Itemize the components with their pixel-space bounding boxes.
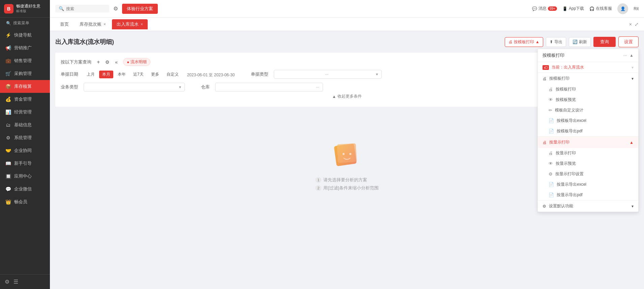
topbar-gear-icon[interactable]: ⚙ [113, 5, 118, 12]
date-more[interactable]: 更多 [148, 71, 162, 78]
date-this-year[interactable]: 本年 [115, 71, 129, 78]
warehouse-more: ··· [316, 85, 319, 89]
default-func-label: 设置默认功能 [549, 203, 573, 209]
msg-badge: 99+ [548, 6, 557, 11]
template-design-item[interactable]: ✏ 模板自定义设计 [538, 105, 638, 115]
display-pdf-item[interactable]: 📄 按显示导出pdf [538, 190, 638, 200]
page-header: 出入库流水(流水明细) 🖨 按模板打印 ▲ ⬆ 导出 🔄 刷新 [55, 36, 639, 47]
sidebar-item-operations[interactable]: 📊 经营管理 [0, 106, 50, 119]
sidebar-item-label: 营销推广 [14, 45, 32, 51]
purchase-icon: 🛒 [5, 71, 11, 76]
filter-tag-flow[interactable]: ● 流水明细 [123, 58, 150, 66]
dropdown-more-btn[interactable]: ··· [623, 53, 627, 58]
step1-num: 1 [315, 177, 321, 183]
template-preview-item[interactable]: 👁 按模板预览 [538, 95, 638, 105]
sidebar-item-wechat[interactable]: 💬 企业微信 [0, 183, 50, 195]
window-restore-btn[interactable]: ⤢ [635, 22, 639, 27]
username[interactable]: Rit [634, 6, 639, 11]
sidebar-item-guide[interactable]: 📖 新手引导 [0, 157, 50, 170]
basic-icon: 🗂 [5, 122, 11, 128]
voucher-type-select[interactable]: ··· ▾ [274, 70, 382, 79]
display-preview-item[interactable]: 👁 按显示预览 [538, 158, 638, 169]
tab-inventory-flow[interactable]: 出入库流水 × [112, 19, 148, 29]
date-this-month[interactable]: 本月 [99, 71, 113, 78]
filter-collapse-icon[interactable]: « [115, 59, 118, 65]
display-excel-item[interactable]: 📄 按显示导出excel [538, 179, 638, 190]
warehouse-select[interactable]: ··· [215, 83, 323, 91]
sidebar-item-app-center[interactable]: 🔲 应用中心 [0, 170, 50, 183]
sidebar-item-system[interactable]: ⚙ 系统管理 [0, 131, 50, 144]
sidebar-item-finance[interactable]: 💰 资金管理 [0, 93, 50, 106]
service-icon: 🎧 [589, 6, 594, 11]
display-print-item[interactable]: 🖨 按显示打印 [538, 148, 638, 158]
voucher-type-chevron: ▾ [376, 72, 378, 77]
sidebar-item-label: 企业协同 [14, 148, 32, 154]
tab-batch-close[interactable]: × [104, 22, 106, 27]
sidebar-item-basic[interactable]: 🗂 基础信息 [0, 119, 50, 131]
collapse-up-icon: ▲ [332, 94, 336, 99]
sidebar-item-collab[interactable]: 🤝 企业协同 [0, 144, 50, 157]
filter-settings-icon[interactable]: ⚙ [105, 59, 110, 65]
service-label: 在线客服 [596, 6, 612, 11]
date-custom[interactable]: 自定义 [164, 71, 182, 78]
topbar-search-box[interactable]: 🔍 [55, 5, 109, 12]
refresh-btn[interactable]: 🔄 刷新 [569, 37, 591, 47]
user-avatar[interactable]: 👤 [617, 3, 628, 14]
sidebar-item-sales[interactable]: 💼 销售管理 [0, 54, 50, 67]
sidebar-item-label: 采购管理 [14, 71, 32, 77]
display-print-section-header[interactable]: 🖨 按显示打印 ▲ [538, 137, 638, 148]
item-print-icon: 🖨 [549, 87, 553, 92]
topbar-msg[interactable]: 💬 消息 99+ [532, 6, 557, 11]
date-last-7[interactable]: 近7天 [130, 71, 147, 78]
refresh-label: 刷新 [579, 39, 587, 45]
tab-home[interactable]: 首页 [55, 19, 74, 29]
tab-inventory-batch[interactable]: 库存批次账 × [75, 19, 111, 29]
template-print-section-header[interactable]: 🖨 按模板打印 ▾ [538, 73, 638, 84]
display-item-pdf-icon: 📄 [549, 192, 554, 198]
current-template-label: 当前：出入库流水 [552, 64, 584, 70]
tab-batch-label: 库存批次账 [80, 21, 101, 27]
refresh-icon: 🔄 [573, 40, 578, 44]
topbar-service[interactable]: 🎧 在线客服 [589, 6, 612, 11]
sidebar-item-inventory[interactable]: 📦 库存核算 [0, 80, 50, 93]
date-last-month[interactable]: 上月 [84, 71, 98, 78]
menu-toggle-icon[interactable]: ☰ [13, 279, 18, 285]
collapse-text: 收起更多条件 [338, 94, 362, 99]
query-btn[interactable]: 查询 [593, 37, 616, 47]
dropdown-chevron-up[interactable]: ▲ [630, 53, 634, 58]
print-template-btn[interactable]: 🖨 按模板打印 ▲ [505, 37, 543, 47]
sidebar-item-quick-nav[interactable]: ⚡ 快捷导航 [0, 29, 50, 42]
date-label: 单据日期 [61, 71, 78, 77]
display-item-preview-icon: 👁 [549, 161, 553, 166]
sidebar-item-label: 库存核算 [14, 83, 32, 89]
sales-icon: 💼 [5, 58, 11, 63]
settings-footer-icon[interactable]: ⚙ [5, 279, 9, 285]
topbar-search-input[interactable] [66, 6, 100, 11]
dropdown-current-template[interactable]: 🏷 当前：出入库流水 ▾ [538, 62, 638, 73]
sidebar-search[interactable]: 🔍 搜索菜单 [0, 18, 50, 29]
sidebar-item-marketing[interactable]: 📢 营销推广 [0, 42, 50, 54]
template-excel-item[interactable]: 📄 按模板导出excel [538, 115, 638, 126]
app-name: 畅捷通好生意 [16, 4, 40, 9]
display-settings-item[interactable]: ⚙ 按显示打印设置 [538, 169, 638, 179]
filter-add-icon[interactable]: + [97, 59, 100, 65]
topbar: 🔍 ⚙ 体验行业方案 💬 消息 99+ 📱 App下载 🎧 在线客服 👤 Rit [50, 0, 644, 18]
sidebar-nav: ⚡ 快捷导航 📢 营销推广 💼 销售管理 🛒 采购管理 📦 库存核算 💰 资金管… [0, 29, 50, 274]
biz-type-select[interactable]: ▾ [84, 83, 185, 91]
sidebar-item-purchase[interactable]: 🛒 采购管理 [0, 67, 50, 80]
window-controls: × ⤢ [629, 22, 639, 27]
template-print-icon: 🖨 [543, 76, 547, 81]
settings-btn[interactable]: 设置 [618, 36, 639, 47]
dropdown-footer[interactable]: ⚙ 设置默认功能 ▾ [538, 201, 638, 212]
sidebar-item-vip[interactable]: 👑 畅会员 [0, 195, 50, 208]
inventory-icon: 📦 [5, 84, 11, 89]
topbar-app-download[interactable]: 📱 App下载 [562, 6, 584, 11]
app-icon: 📱 [562, 6, 567, 11]
export-btn[interactable]: ⬆ 导出 [546, 37, 566, 47]
industry-btn[interactable]: 体验行业方案 [122, 4, 158, 14]
tab-flow-close[interactable]: × [141, 22, 143, 27]
template-pdf-item[interactable]: 📄 按模板导出pdf [538, 126, 638, 136]
template-print-item-1[interactable]: 🖨 按模板打印 [538, 84, 638, 95]
filter-tag-icon: ● [127, 60, 129, 64]
window-close-btn[interactable]: × [629, 22, 632, 27]
